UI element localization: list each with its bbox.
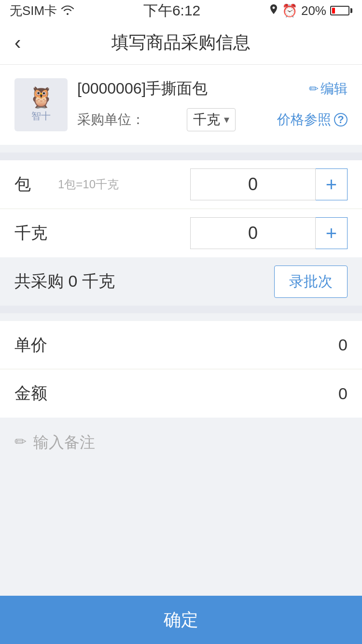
bag-sublabel: 1包=10千克	[58, 177, 119, 192]
wifi-icon	[61, 3, 74, 18]
summary-section: 共采购 0 千克 录批次	[0, 257, 362, 306]
unit-price-value: 0	[338, 336, 348, 354]
edit-button[interactable]: ✏ 编辑	[309, 80, 348, 98]
battery-icon	[330, 6, 352, 15]
price-ref-button[interactable]: 价格参照 ?	[277, 111, 348, 129]
kg-input-row: 千克 +	[0, 209, 362, 257]
bag-plus-button[interactable]: +	[316, 168, 348, 200]
product-name-row: [0000006]手撕面包 ✏ 编辑	[77, 78, 348, 99]
unit-label: 采购单位：	[77, 111, 145, 129]
divider-2	[0, 306, 362, 313]
carrier-text: 无SIM卡	[10, 2, 57, 19]
summary-row: 共采购 0 千克 录批次	[0, 257, 362, 306]
kg-plus-button[interactable]: +	[316, 217, 348, 249]
product-name: [0000006]手撕面包	[77, 78, 208, 99]
price-ref-label: 价格参照	[277, 111, 331, 129]
kg-quantity-input[interactable]	[190, 217, 316, 249]
amount-value: 0	[338, 384, 348, 403]
battery-text: 20%	[301, 3, 326, 18]
unit-price-row: 单价 0	[0, 321, 362, 369]
info-section: 单价 0 金额 0	[0, 321, 362, 418]
alarm-icon: ⏰	[282, 3, 297, 18]
bag-input-row: 包 1包=10千克 +	[0, 160, 362, 209]
unit-label-text: 采购单位：	[77, 112, 145, 127]
page-spacer	[0, 476, 362, 601]
product-unit-row: 采购单位： 千克 ▾ 价格参照 ?	[77, 108, 348, 131]
product-brand: 智十	[31, 110, 51, 123]
kg-input-controls: +	[190, 217, 348, 249]
status-bar: 无SIM卡 下午6:12 ⏰ 20%	[0, 0, 362, 21]
bag-input-section: 包 1包=10千克 +	[0, 160, 362, 209]
kg-label: 千克	[14, 222, 53, 244]
status-bar-left: 无SIM卡	[10, 2, 74, 19]
unit-select[interactable]: 千克 ▾	[187, 108, 236, 131]
confirm-label: 确定	[164, 608, 198, 632]
amount-label: 金额	[14, 382, 47, 405]
status-bar-right: ⏰ 20%	[269, 3, 352, 18]
back-button[interactable]: ‹	[14, 32, 21, 54]
remark-placeholder: 输入备注	[33, 432, 95, 453]
page-title: 填写商品采购信息	[111, 31, 251, 55]
product-thumbnail: 🦉 智十	[14, 78, 68, 131]
product-card: 🦉 智十 [0000006]手撕面包 ✏ 编辑 采购单位： 千克 ▾ 价格参照 …	[0, 65, 362, 145]
batch-button[interactable]: 录批次	[274, 266, 348, 298]
product-info: [0000006]手撕面包 ✏ 编辑 采购单位： 千克 ▾ 价格参照 ?	[77, 78, 348, 131]
edit-label: 编辑	[320, 80, 348, 98]
unit-price-label: 单价	[14, 334, 47, 356]
remark-pencil-icon: ✏	[14, 433, 27, 450]
nav-bar: ‹ 填写商品采购信息	[0, 21, 362, 65]
price-ref-help-icon: ?	[334, 113, 348, 126]
bag-input-controls: +	[190, 168, 348, 200]
kg-input-section: 千克 +	[0, 209, 362, 257]
status-bar-time: 下午6:12	[143, 1, 200, 21]
amount-row: 金额 0	[0, 369, 362, 418]
unit-arrow-icon: ▾	[224, 113, 229, 126]
bag-quantity-input[interactable]	[190, 168, 316, 200]
confirm-button[interactable]: 确定	[0, 596, 362, 644]
divider-1	[0, 153, 362, 160]
location-icon	[269, 3, 278, 18]
edit-icon: ✏	[309, 82, 319, 96]
bag-label: 包	[14, 173, 53, 196]
unit-value: 千克	[193, 111, 220, 129]
summary-label: 共采购 0 千克	[14, 270, 115, 293]
product-thumbnail-icon: 🦉	[28, 87, 54, 108]
remark-section[interactable]: ✏ 输入备注	[0, 418, 362, 476]
